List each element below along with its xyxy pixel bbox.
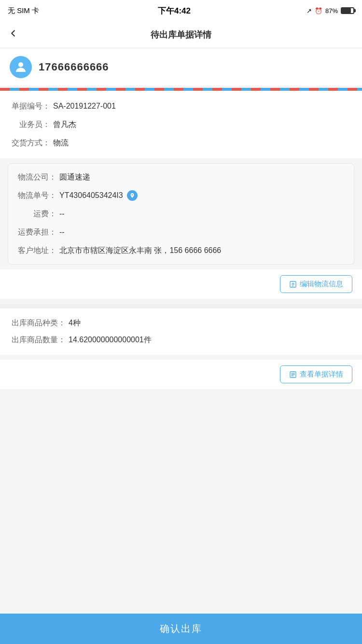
alarm-icon: ⏰ [315, 7, 322, 14]
location-icon: ↗ [306, 7, 312, 14]
page-title: 待出库单据详情 [151, 29, 211, 41]
goods-quantity-value: 14.620000000000001件 [69, 335, 152, 345]
order-number-value: SA-20191227-001 [53, 100, 350, 112]
logistics-freight-row: 运费： -- [18, 208, 344, 220]
goods-type-label: 出库商品种类： [12, 318, 66, 328]
logistics-freight-bear-row: 运费承担： -- [18, 226, 344, 238]
view-detail-button[interactable]: 查看单据详情 [280, 365, 352, 383]
logistics-freight-bear-label: 运费承担： [18, 226, 56, 238]
logistics-freight-value: -- [59, 208, 344, 220]
logistics-company-row: 物流公司： 圆通速递 [18, 171, 344, 183]
battery-text: 87% [325, 7, 338, 14]
logistics-company-label: 物流公司： [18, 171, 56, 183]
goods-quantity-label: 出库商品数量： [12, 335, 66, 345]
goods-section: 出库商品种类： 4种 出库商品数量： 14.620000000000001件 [0, 308, 362, 355]
salesman-label: 业务员： [12, 119, 50, 130]
edit-btn-wrap: 编辑物流信息 [0, 269, 362, 299]
edit-logistics-button[interactable]: 编辑物流信息 [280, 275, 352, 293]
delivery-row: 交货方式： 物流 [12, 137, 350, 149]
logistics-freight-bear-value: -- [59, 226, 344, 238]
goods-quantity-row: 出库商品数量： 14.620000000000001件 [12, 335, 350, 345]
logistics-address-value: 北京市市辖区海淀区永丰南 张，156 6666 6666 [59, 245, 344, 256]
logistics-tracking-value: YT43064053424I3 [59, 190, 344, 201]
salesman-row: 业务员： 曾凡杰 [12, 119, 350, 130]
delivery-value: 物流 [53, 137, 350, 149]
status-left: 无 SIM 卡 [8, 6, 42, 15]
status-bar: 无 SIM 卡 下午4:42 ↗ ⏰ 87% [0, 0, 362, 21]
logistics-address-row: 客户地址： 北京市市辖区海淀区永丰南 张，156 6666 6666 [18, 245, 344, 256]
status-time: 下午4:42 [158, 5, 191, 16]
section-divider [0, 304, 362, 308]
battery-icon [341, 7, 354, 14]
goods-type-value: 4种 [69, 318, 81, 328]
avatar [10, 56, 32, 78]
view-detail-label: 查看单据详情 [300, 370, 343, 379]
order-number-row: 单据编号： SA-20191227-001 [12, 100, 350, 112]
logistics-card: 物流公司： 圆通速递 物流单号： YT43064053424I3 运费： -- … [8, 163, 354, 265]
edit-logistics-label: 编辑物流信息 [300, 280, 343, 289]
salesman-value: 曾凡杰 [53, 119, 350, 130]
order-number-label: 单据编号： [12, 100, 50, 112]
logistics-freight-label: 运费： [18, 208, 56, 220]
order-info-section: 单据编号： SA-20191227-001 业务员： 曾凡杰 交货方式： 物流 [0, 91, 362, 158]
nav-bar: 待出库单据详情 [0, 21, 362, 48]
bottom-btn-wrap: 确认出库 [0, 614, 362, 644]
logistics-tracking-row: 物流单号： YT43064053424I3 [18, 190, 344, 201]
customer-header: 17666666666 [0, 48, 362, 86]
status-right: ↗ ⏰ 87% [306, 7, 354, 14]
tracking-location-icon[interactable] [127, 190, 138, 201]
svg-point-1 [18, 62, 23, 67]
content-spacer [0, 394, 362, 471]
logistics-address-label: 客户地址： [18, 245, 56, 256]
back-button[interactable] [4, 24, 22, 45]
carrier-text: 无 SIM 卡 [8, 6, 39, 15]
view-detail-wrap: 查看单据详情 [0, 360, 362, 389]
logistics-tracking-label: 物流单号： [18, 190, 56, 201]
goods-type-row: 出库商品种类： 4种 [12, 318, 350, 328]
customer-phone: 17666666666 [39, 61, 109, 73]
logistics-company-value: 圆通速递 [59, 171, 344, 183]
delivery-label: 交货方式： [12, 137, 50, 149]
confirm-outbound-button[interactable]: 确认出库 [160, 622, 202, 635]
